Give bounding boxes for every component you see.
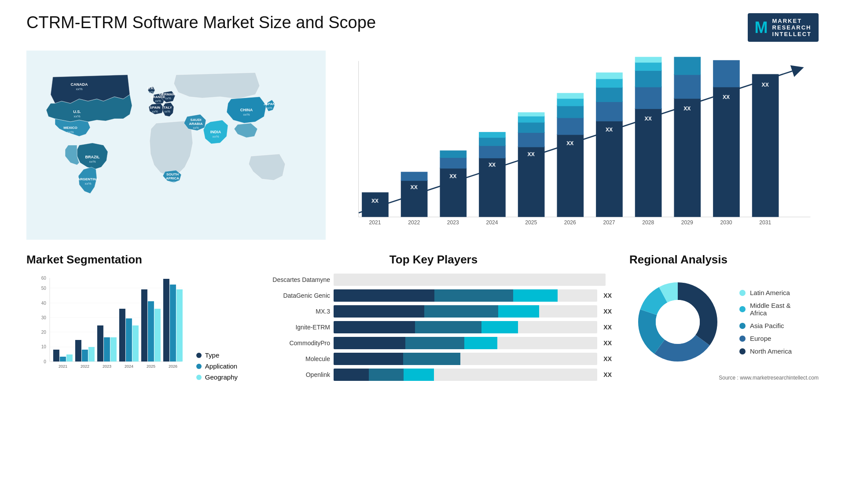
svg-text:xx%: xx% [266, 106, 272, 110]
svg-rect-61 [674, 57, 701, 75]
svg-text:xx%: xx% [193, 126, 198, 129]
svg-rect-110 [148, 301, 154, 362]
svg-text:2023: 2023 [103, 364, 111, 369]
svg-text:2027: 2027 [603, 219, 615, 226]
saudi-label: SAUDI [191, 118, 202, 122]
svg-text:xx%: xx% [164, 110, 170, 113]
svg-rect-44 [557, 98, 584, 106]
latin-america-dot [739, 290, 746, 296]
seg-legend-geography: Geography [196, 373, 238, 381]
svg-text:xx%: xx% [76, 87, 82, 91]
asia-pacific-label: Asia Pacific [750, 322, 784, 329]
player-val: XX [603, 355, 612, 362]
seg-legend-application: Application [196, 362, 238, 370]
seg-application-label: Application [205, 362, 237, 370]
middle-east-label: Middle East &Africa [750, 302, 791, 317]
svg-text:30: 30 [41, 315, 47, 320]
player-name: Molecule [255, 355, 330, 362]
player-bar-outer [334, 353, 597, 365]
svg-rect-32 [479, 137, 506, 146]
player-name: DataGenic Genic [255, 292, 330, 299]
svg-text:2029: 2029 [681, 219, 693, 226]
legend-europe: Europe [739, 335, 792, 342]
segmentation-area: Market Segmentation 0 [26, 253, 238, 381]
svg-text:2022: 2022 [408, 219, 420, 226]
bar-2023: XX [440, 150, 467, 217]
latin-america-label: Latin America [750, 289, 790, 296]
italy-label: ITALY [162, 106, 172, 110]
svg-text:2025: 2025 [147, 364, 155, 369]
svg-rect-50 [596, 78, 623, 88]
segmentation-chart-svg: 0 10 20 30 40 50 60 2021 [26, 274, 187, 379]
svg-text:20: 20 [41, 330, 47, 335]
source-text: Source : www.marketresearchintellect.com [629, 375, 819, 381]
regional-legend: Latin America Middle East &Africa Asia P… [739, 289, 792, 355]
europe-dot [739, 336, 746, 342]
application-dot [196, 364, 202, 369]
svg-rect-98 [82, 350, 88, 362]
page-title: CTRM-ETRM Software Market Size and Scope [26, 13, 376, 32]
svg-text:AFRICA: AFRICA [166, 176, 179, 180]
svg-rect-27 [440, 157, 467, 168]
svg-rect-93 [53, 350, 59, 362]
svg-rect-106 [126, 318, 132, 362]
bar-2022: XX [401, 172, 428, 217]
svg-text:xx%: xx% [89, 160, 96, 164]
svg-text:2024: 2024 [486, 219, 498, 226]
svg-text:xx%: xx% [155, 99, 161, 102]
player-val: XX [603, 292, 612, 299]
svg-text:xx%: xx% [165, 97, 171, 100]
china-label: CHINA [240, 108, 253, 112]
player-bar-outer [334, 321, 597, 333]
player-name: CommodityPro [255, 340, 330, 347]
svg-rect-42 [557, 117, 584, 135]
svg-rect-109 [141, 289, 147, 362]
svg-rect-59 [674, 98, 701, 217]
svg-text:xx%: xx% [73, 114, 80, 118]
player-val: XX [603, 371, 612, 378]
key-players-area: Top Key Players Descartes Datamyne DataG… [255, 253, 612, 381]
svg-rect-60 [674, 74, 701, 99]
donut-chart-svg [629, 274, 726, 370]
svg-text:2026: 2026 [169, 364, 177, 369]
player-row: MX.3 XX [255, 305, 612, 318]
legend-latin-america: Latin America [739, 289, 792, 296]
spain-label: SPAIN [150, 106, 160, 110]
svg-text:XX: XX [606, 127, 613, 133]
player-name: Descartes Datamyne [255, 276, 330, 283]
svg-text:XX: XX [645, 116, 652, 122]
svg-text:10: 10 [41, 344, 47, 349]
logo: M MARKET RESEARCH INTELLECT [748, 13, 819, 42]
svg-text:2024: 2024 [125, 364, 133, 369]
logo-text: MARKET RESEARCH INTELLECT [772, 18, 812, 37]
svg-text:XX: XX [371, 198, 378, 204]
svg-text:XX: XX [449, 173, 456, 179]
player-name: Ignite-ETRM [255, 324, 330, 331]
player-row: Openlink XX [255, 369, 612, 381]
bar-2031: XX [752, 74, 779, 217]
logo-line3: INTELLECT [772, 31, 812, 37]
svg-text:2030: 2030 [720, 219, 732, 226]
player-bar-inner [334, 353, 460, 365]
player-row: DataGenic Genic XX [255, 289, 612, 302]
player-bar-inner [334, 305, 539, 318]
player-bar-outer [334, 305, 597, 318]
southafrica-label: SOUTH [166, 172, 179, 176]
seg-legend: Type Application Geography [196, 351, 238, 381]
svg-text:XX: XX [723, 94, 730, 100]
svg-rect-95 [66, 354, 73, 362]
bar-2021: XX [362, 192, 389, 217]
svg-rect-99 [88, 347, 95, 362]
player-row: Descartes Datamyne [255, 274, 612, 286]
canada-label: CANADA [71, 82, 88, 87]
player-bar-inner [334, 369, 434, 381]
key-players-title: Top Key Players [255, 253, 612, 267]
svg-rect-64 [713, 60, 740, 88]
bar-2029: XX [674, 57, 701, 217]
type-dot [196, 353, 202, 358]
svg-rect-49 [596, 87, 623, 102]
svg-rect-103 [110, 337, 117, 362]
growth-chart: XX XX XX [326, 51, 819, 240]
svg-rect-54 [635, 87, 662, 109]
svg-rect-48 [596, 101, 623, 121]
